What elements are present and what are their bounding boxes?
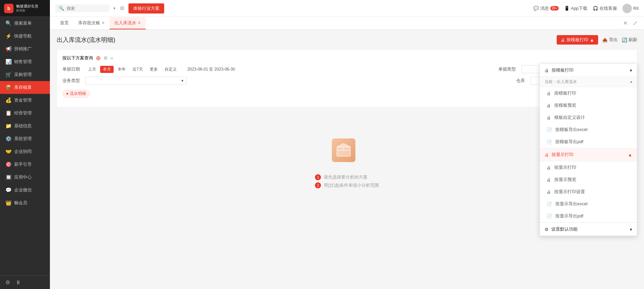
refresh-button[interactable]: 🔄 刷新 (622, 37, 637, 43)
sidebar-item-enterprise[interactable]: 🤝 企业协同 (0, 145, 50, 158)
sidebar-item-finance[interactable]: 💰 资金管理 (0, 94, 50, 107)
display-export-excel-item[interactable]: 📄 按显示导出excel (540, 198, 637, 210)
printer-section-icon: 🖨 (545, 68, 549, 73)
sidebar-item-guide[interactable]: 🎯 新手引导 (0, 158, 50, 171)
template-export-excel-item[interactable]: 📄 按模板导出excel (540, 124, 637, 136)
sidebar-item-operations[interactable]: 📋 经营管理 (0, 107, 50, 120)
display-print-section-header[interactable]: 🖨 按显示打印 ▲ (540, 148, 637, 161)
page-title: 出入库流水(流水明细) (57, 36, 115, 44)
handshake-icon: 🤝 (5, 149, 11, 155)
display-settings-item[interactable]: 🖨 按显示打印设置 (540, 186, 637, 198)
filter-header: 按以下方案查询 ⊕ ⚙ « (62, 54, 632, 62)
date-tab-custom[interactable]: 自定义 (162, 66, 179, 73)
filter-collapse-icon[interactable]: « (111, 55, 113, 61)
money-icon: 💰 (5, 97, 11, 103)
page-header: 出入库流水(流水明细) 🖨 按模板打印 ▲ 📤 导出 🔄 刷新 (57, 35, 637, 45)
avatar (622, 4, 632, 13)
filter-settings-icon[interactable]: ⚙ (104, 55, 108, 61)
tab-batch-account[interactable]: 库存批次账 ✕ (74, 17, 110, 29)
display-excel-icon: 📄 (547, 202, 552, 207)
template-custom-label: 模板自定义设计 (554, 114, 585, 121)
template-print-button[interactable]: 🖨 按模板打印 ▲ (557, 35, 598, 45)
maximize-icon[interactable]: ⤢ (632, 19, 639, 28)
display-print-label: 按显示打印 (554, 164, 576, 170)
template-preview-item[interactable]: 🖨 按模板预览 (540, 99, 637, 111)
sidebar-item-sales[interactable]: 📊 销售管理 (0, 55, 50, 68)
collapse-sidebar-icon[interactable]: ⏸ (16, 280, 21, 286)
sidebar-item-wechat[interactable]: 💬 企业微信 (0, 184, 50, 196)
close-all-icon[interactable]: ✕ (622, 19, 629, 28)
tab-flow-close-icon[interactable]: ✕ (138, 21, 141, 25)
sidebar-item-label: 企业协同 (14, 149, 32, 155)
date-tab-this-month[interactable]: 本月 (100, 66, 114, 73)
display-preview-item[interactable]: 🖨 按显示预览 (540, 174, 637, 186)
set-default-button[interactable]: ⚙ 设置默认功能 ▾ (540, 222, 637, 236)
headset-icon: 🎧 (593, 6, 598, 11)
sidebar-item-member[interactable]: 👑 畅会员 (0, 196, 50, 209)
template-export-pdf-item[interactable]: 📄 按模板导出pdf (540, 136, 637, 148)
sidebar-item-basic-info[interactable]: 📁 基础信息 (0, 120, 50, 132)
sidebar-item-label: 畅会员 (14, 200, 27, 206)
sidebar-item-app-center[interactable]: 🔲 应用中心 (0, 171, 50, 184)
sidebar-item-label: 快捷导航 (14, 33, 32, 39)
chevron-down-icon: ▾ (630, 68, 632, 73)
display-preview-icon: 🖨 (547, 177, 551, 182)
template-print-section-header[interactable]: 🖨 按模板打印 ▾ (540, 64, 637, 77)
export-button[interactable]: 📤 导出 (602, 37, 618, 43)
sidebar-item-quick-nav[interactable]: ⚡ 快捷导航 (0, 30, 50, 43)
template-custom-item[interactable]: 🖨 模板自定义设计 (540, 111, 637, 124)
sidebar-item-search[interactable]: 🔍 搜索菜单 (0, 17, 50, 30)
sidebar-item-purchase[interactable]: 🛒 采购管理 (0, 68, 50, 81)
sidebar-item-system[interactable]: ⚙️ 系统管理 (0, 132, 50, 145)
display-export-pdf-item[interactable]: 📄 按显示导出pdf (540, 210, 637, 222)
industry-solution-button[interactable]: 体验行业方案 (128, 3, 164, 14)
display-export-excel-label: 按显示导出excel (555, 201, 587, 207)
tab-flow-label: 出入库流水 (114, 20, 136, 26)
tag-label: 流水明细 (70, 91, 86, 97)
biz-type-select[interactable]: ▾ (85, 77, 186, 85)
app-download-button[interactable]: 📱 App下载 (564, 5, 587, 11)
sidebar: b 畅捷通好生意 标准版 🔍 搜索菜单 ⚡ 快捷导航 📢 营销推广 📊 销售管理… (0, 0, 50, 289)
doc-type-label: 单据类型 (498, 66, 516, 72)
sidebar-item-inventory[interactable]: 📦 库存核算 (0, 81, 50, 94)
biz-type-dropdown-icon: ▾ (181, 78, 183, 83)
customer-service-button[interactable]: 🎧 在线客服 (593, 5, 617, 11)
tab-home[interactable]: 首页 (55, 17, 74, 29)
flow-detail-tag[interactable]: ● 流水明细 (62, 90, 90, 98)
grid-icon: 🔲 (5, 174, 11, 180)
display-section-label: 按显示打印 (552, 152, 574, 158)
settings-bottom-icon[interactable]: ⚙ (5, 279, 10, 286)
search-icon: 🔍 (5, 20, 11, 26)
chevron-up-icon: ▲ (590, 37, 594, 43)
default-chevron-icon: ▾ (630, 227, 632, 232)
settings-icon[interactable]: ⚙ (120, 5, 124, 11)
chevron-up-display-icon: ▲ (628, 152, 632, 157)
logo-badge: 标准版 (16, 8, 38, 13)
message-icon: 💬 (533, 6, 539, 11)
username-label: Rit (633, 6, 639, 11)
date-tab-last-month[interactable]: 上月 (85, 66, 99, 73)
date-range-display: 2023-06-01 至 2023-06-30 (187, 67, 235, 72)
sidebar-item-marketing[interactable]: 📢 营销推广 (0, 43, 50, 55)
display-print-item[interactable]: 🖨 按显示打印 (540, 161, 637, 174)
template-current-label: 出入库流水 (557, 79, 577, 85)
search-input[interactable] (67, 6, 100, 11)
search-box[interactable]: 🔍 (55, 4, 109, 12)
printer-custom-icon: 🖨 (547, 115, 551, 120)
template-print-item[interactable]: 🖨 按模板打印 (540, 87, 637, 99)
user-menu-button[interactable]: Rit (622, 4, 639, 13)
add-filter-icon[interactable]: ⊕ (96, 54, 101, 62)
step-2-text: 用[过滤]条件来缩小分析范围 (324, 182, 379, 188)
dropdown-icon[interactable]: ▾ (113, 6, 116, 11)
date-tab-more[interactable]: 更多 (147, 66, 160, 73)
clipboard-icon: 📋 (5, 110, 11, 116)
tab-flow[interactable]: 出入库流水 ✕ (110, 17, 146, 29)
box-icon: 📦 (5, 84, 11, 90)
step-1-text: 请先选择要分析的方案 (324, 174, 368, 180)
date-tab-this-year[interactable]: 本年 (115, 66, 128, 73)
date-tab-7days[interactable]: 近7天 (130, 66, 146, 73)
excel-icon: 📄 (547, 127, 552, 132)
message-button[interactable]: 💬 消息 99+ (533, 5, 559, 11)
tab-batch-close-icon[interactable]: ✕ (101, 21, 105, 25)
sidebar-bottom: ⚙ ⏸ (0, 275, 50, 289)
